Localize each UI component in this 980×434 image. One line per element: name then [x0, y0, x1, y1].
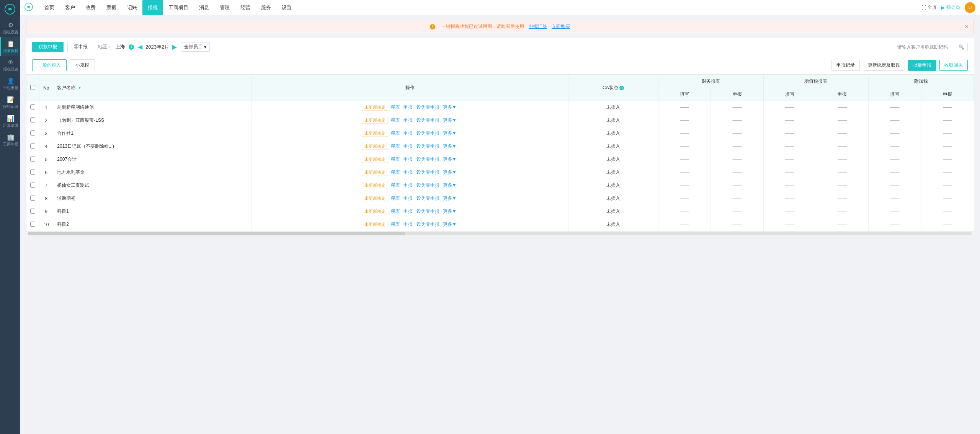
app-logo: [24, 3, 33, 12]
set-zero-link[interactable]: 设为零申报: [416, 183, 439, 188]
status-badge: 未更新核定: [362, 221, 388, 228]
row-tax-fill: ——: [763, 166, 816, 179]
more-link[interactable]: 更多▼: [443, 144, 457, 149]
tax-form-link[interactable]: 税表: [391, 196, 400, 201]
more-link[interactable]: 更多▼: [443, 157, 457, 162]
topnav-item-operations[interactable]: 经营: [235, 0, 256, 15]
scroll-thumb[interactable]: [28, 232, 405, 235]
more-link[interactable]: 更多▼: [443, 209, 457, 214]
row-checkbox[interactable]: [30, 144, 35, 148]
person-icon: 👤: [7, 77, 15, 85]
declare-link[interactable]: 申报: [403, 222, 413, 227]
taxpayer-small-tab[interactable]: 小规模: [70, 59, 95, 71]
declare-link[interactable]: 申报: [403, 104, 413, 110]
tax-form-link[interactable]: 税表: [391, 209, 400, 214]
user-avatar[interactable]: U: [965, 2, 975, 13]
tab-tax-declare[interactable]: 税款申报: [32, 42, 64, 52]
more-link[interactable]: 更多▼: [443, 117, 457, 123]
search-icon[interactable]: 🔍: [959, 44, 964, 50]
topnav-item-services[interactable]: 服务: [256, 0, 276, 15]
sidebar-item-annual-settle[interactable]: 📊 汇算清缴: [0, 112, 20, 131]
fullscreen-button[interactable]: ⛶ 全屏: [921, 4, 937, 11]
select-all-checkbox[interactable]: [30, 85, 35, 90]
topnav-item-billing[interactable]: 收费: [80, 0, 101, 15]
set-zero-link[interactable]: 设为零申报: [416, 117, 439, 123]
horizontal-scrollbar[interactable]: [26, 231, 974, 236]
topnav-item-tax[interactable]: 报税: [142, 0, 163, 15]
more-link[interactable]: 更多▼: [443, 196, 457, 201]
banner-close-button[interactable]: ✕: [964, 24, 969, 30]
set-zero-link[interactable]: 设为零申报: [416, 170, 439, 175]
row-checkbox[interactable]: [30, 117, 35, 122]
taxpayer-general-tab[interactable]: 一般的税人: [32, 59, 67, 71]
declare-record-button[interactable]: 申报记录: [831, 60, 860, 71]
set-zero-link[interactable]: 设为零申报: [416, 196, 439, 201]
row-checkbox[interactable]: [30, 196, 35, 201]
tab-zero-declare[interactable]: 零申报: [67, 42, 94, 52]
tax-form-link[interactable]: 税表: [391, 144, 400, 149]
topnav-item-manage[interactable]: 管理: [214, 0, 235, 15]
declare-link[interactable]: 申报: [403, 209, 413, 214]
tax-form-link[interactable]: 税表: [391, 183, 400, 188]
declare-link[interactable]: 申报: [403, 157, 413, 162]
set-zero-link[interactable]: 设为零申报: [416, 157, 439, 162]
update-data-button[interactable]: 更新统定及取数: [863, 60, 905, 71]
banner-link-report[interactable]: 申报汇签: [529, 23, 547, 30]
banner-link-buy[interactable]: 立即购买: [552, 23, 570, 30]
more-link[interactable]: 更多▼: [443, 222, 457, 227]
row-checkbox[interactable]: [30, 183, 35, 188]
set-zero-link[interactable]: 设为零申报: [416, 144, 439, 149]
topnav-item-accounting[interactable]: 记账: [122, 0, 142, 15]
set-zero-link[interactable]: 设为零申报: [416, 209, 439, 214]
row-add-fill: ——: [869, 114, 921, 127]
more-link[interactable]: 更多▼: [443, 104, 457, 110]
sort-icon[interactable]: ▾: [78, 85, 81, 90]
prev-month-button[interactable]: ◀: [138, 43, 142, 51]
more-link[interactable]: 更多▼: [443, 183, 457, 188]
declare-link[interactable]: 申报: [403, 170, 413, 175]
tax-form-link[interactable]: 税表: [391, 222, 400, 227]
tax-form-link[interactable]: 税表: [391, 170, 400, 175]
sidebar-item-tax-settings[interactable]: ⚙ 报税设置: [0, 18, 20, 37]
row-name: 2013日记账（不要删除哈...): [53, 140, 252, 153]
sidebar-item-tax-records[interactable]: 📝 报税记录: [0, 93, 20, 112]
topnav-item-settings[interactable]: 设置: [276, 0, 297, 15]
row-checkbox[interactable]: [30, 157, 35, 162]
batch-declare-button[interactable]: 批量申报: [908, 60, 936, 71]
topnav-item-business[interactable]: 工商项目: [163, 0, 194, 15]
topnav-item-home[interactable]: 首页: [39, 0, 60, 15]
row-ca-status: 未插入: [568, 101, 658, 114]
upgrade-button[interactable]: ▶ 畅会员: [941, 4, 960, 11]
set-zero-link[interactable]: 设为零申报: [416, 131, 439, 136]
sidebar-item-tax-overview[interactable]: 👁 报税总览: [0, 56, 20, 74]
topnav-item-customers[interactable]: 客户: [60, 0, 80, 15]
more-link[interactable]: 更多▼: [443, 131, 457, 136]
retrieve-receipt-button[interactable]: 收取回执: [939, 60, 968, 71]
search-input[interactable]: [897, 44, 959, 50]
row-checkbox[interactable]: [30, 222, 35, 227]
topnav-item-messages[interactable]: 消息: [194, 0, 214, 15]
sidebar-item-business-report[interactable]: 🏢 工商年报: [0, 131, 20, 149]
declare-link[interactable]: 申报: [403, 131, 413, 136]
dept-selector[interactable]: 全部员工 ▾: [181, 42, 210, 52]
topnav-item-invoice[interactable]: 票据: [101, 0, 122, 15]
declare-link[interactable]: 申报: [403, 117, 413, 123]
row-checkbox[interactable]: [30, 209, 35, 214]
row-checkbox[interactable]: [30, 170, 35, 175]
tax-form-link[interactable]: 税表: [391, 104, 400, 110]
set-zero-link[interactable]: 设为零申报: [416, 104, 439, 110]
th-checkbox: [26, 75, 39, 101]
next-month-button[interactable]: ▶: [172, 43, 177, 51]
sidebar-item-batch-tax[interactable]: 📋 批量报税: [0, 37, 20, 56]
sidebar-item-personal-tax[interactable]: 👤 个税申报: [0, 74, 20, 93]
tax-form-link[interactable]: 税表: [391, 117, 400, 123]
declare-link[interactable]: 申报: [403, 183, 413, 188]
declare-link[interactable]: 申报: [403, 196, 413, 201]
set-zero-link[interactable]: 设为零申报: [416, 222, 439, 227]
declare-link[interactable]: 申报: [403, 144, 413, 149]
tax-form-link[interactable]: 税表: [391, 157, 400, 162]
more-link[interactable]: 更多▼: [443, 170, 457, 175]
tax-form-link[interactable]: 税表: [391, 131, 400, 136]
row-checkbox[interactable]: [30, 104, 35, 109]
row-checkbox[interactable]: [30, 131, 35, 135]
